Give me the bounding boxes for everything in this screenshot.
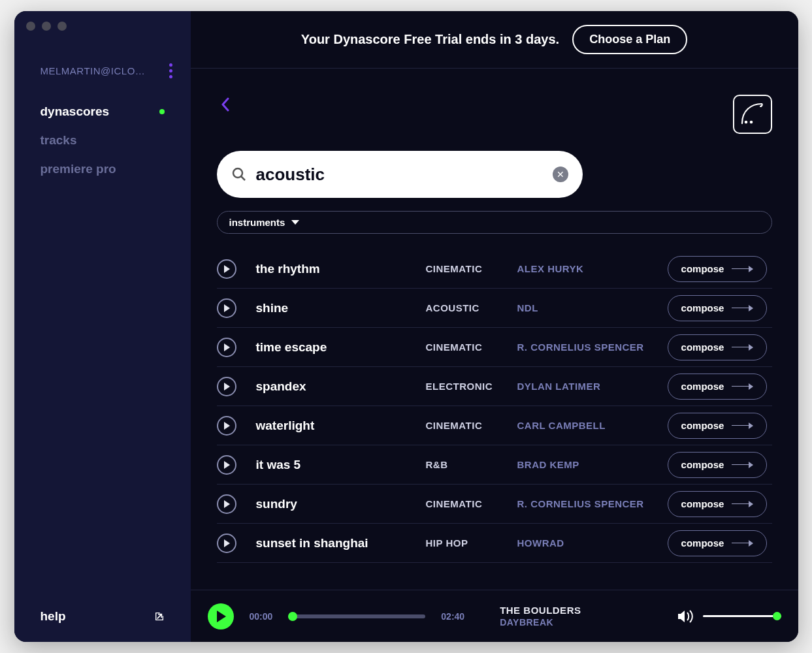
external-link-icon xyxy=(154,611,165,622)
app-window: MELMARTIN@ICLO… dynascores tracks premie… xyxy=(14,11,798,642)
compose-label: compose xyxy=(681,420,724,431)
sidebar: MELMARTIN@ICLO… dynascores tracks premie… xyxy=(14,11,191,642)
track-artist: R. CORNELIUS SPENCER xyxy=(517,498,655,509)
minimize-window-button[interactable] xyxy=(42,22,51,31)
volume-slider[interactable] xyxy=(703,615,781,617)
total-time: 02:40 xyxy=(441,611,464,622)
sidebar-nav: dynascores tracks premiere pro xyxy=(14,104,191,176)
track-row: waterlight CINEMATIC CARL CAMPBELL compo… xyxy=(217,406,772,445)
compose-button[interactable]: compose xyxy=(668,452,767,478)
compose-label: compose xyxy=(681,263,724,274)
caret-down-icon xyxy=(291,220,299,225)
track-play-button[interactable] xyxy=(217,455,236,475)
track-row: the rhythm CINEMATIC ALEX HURYK compose xyxy=(217,249,772,289)
track-play-button[interactable] xyxy=(217,416,236,436)
track-row: shine ACOUSTIC NDL compose xyxy=(217,289,772,328)
track-title: spandex xyxy=(256,379,413,394)
track-genre: CINEMATIC xyxy=(426,498,504,509)
active-indicator-icon xyxy=(159,109,165,114)
arrow-right-icon xyxy=(732,503,753,505)
arrow-right-icon xyxy=(732,347,753,348)
track-title: the rhythm xyxy=(256,262,413,276)
volume-knob[interactable] xyxy=(773,612,781,620)
track-play-button[interactable] xyxy=(217,377,236,396)
track-genre: CINEMATIC xyxy=(426,263,504,274)
user-email: MELMARTIN@ICLO… xyxy=(41,65,146,76)
user-menu-button[interactable] xyxy=(169,63,172,78)
track-title: waterlight xyxy=(256,419,413,433)
seek-slider[interactable] xyxy=(288,614,425,618)
arrow-right-icon xyxy=(732,464,753,466)
arrow-right-icon xyxy=(732,308,753,309)
arrow-right-icon xyxy=(732,543,753,544)
volume-control xyxy=(677,609,781,624)
compose-button[interactable]: compose xyxy=(668,334,767,360)
track-genre: CINEMATIC xyxy=(426,342,504,353)
track-row: it was 5 R&B BRAD KEMP compose xyxy=(217,445,772,485)
compose-label: compose xyxy=(681,342,724,353)
track-list: the rhythm CINEMATIC ALEX HURYK compose … xyxy=(217,249,772,590)
compose-label: compose xyxy=(681,381,724,392)
compose-button[interactable]: compose xyxy=(668,413,767,439)
sidebar-item-tracks[interactable]: tracks xyxy=(41,133,165,148)
help-link[interactable]: help xyxy=(14,594,191,642)
close-window-button[interactable] xyxy=(26,22,35,31)
track-row: sundry CINEMATIC R. CORNELIUS SPENCER co… xyxy=(217,485,772,524)
track-play-button[interactable] xyxy=(217,259,236,279)
track-artist: R. CORNELIUS SPENCER xyxy=(517,342,655,353)
sidebar-item-dynascores[interactable]: dynascores xyxy=(41,104,165,119)
maximize-window-button[interactable] xyxy=(57,22,67,31)
track-title: time escape xyxy=(256,340,413,355)
search-section: ✕ xyxy=(217,151,772,198)
play-button[interactable] xyxy=(208,603,234,629)
user-row: MELMARTIN@ICLO… xyxy=(14,63,191,104)
choose-plan-button[interactable]: Choose a Plan xyxy=(572,25,687,54)
chevron-left-icon xyxy=(221,97,230,112)
seek-knob[interactable] xyxy=(288,612,297,621)
track-genre: CINEMATIC xyxy=(426,420,504,431)
track-genre: ACOUSTIC xyxy=(426,302,504,313)
track-title: sundry xyxy=(256,497,413,511)
back-button[interactable] xyxy=(217,95,234,118)
compose-button[interactable]: compose xyxy=(668,295,767,321)
track-artist: NDL xyxy=(517,302,655,313)
top-bar: Your Dynascore Free Trial ends in 3 days… xyxy=(191,11,798,69)
compose-button[interactable]: compose xyxy=(668,491,767,517)
compose-label: compose xyxy=(681,498,724,509)
content-area: ✕ instruments the rhythm CINEMATIC ALEX … xyxy=(191,69,798,590)
track-play-button[interactable] xyxy=(217,338,236,357)
app-logo xyxy=(733,95,772,134)
play-icon xyxy=(224,461,230,469)
track-title: shine xyxy=(256,301,413,315)
now-playing: THE BOULDERS DAYBREAK xyxy=(500,605,581,628)
arrow-right-icon xyxy=(732,268,753,270)
compose-button[interactable]: compose xyxy=(668,256,767,282)
player-bar: 00:00 02:40 THE BOULDERS DAYBREAK xyxy=(191,590,798,642)
track-play-button[interactable] xyxy=(217,534,236,553)
play-icon xyxy=(224,500,230,508)
track-play-button[interactable] xyxy=(217,494,236,514)
play-icon xyxy=(224,265,230,273)
window-controls xyxy=(26,22,67,31)
compose-button[interactable]: compose xyxy=(668,374,767,400)
track-genre: ELECTRONIC xyxy=(426,381,504,392)
compose-button[interactable]: compose xyxy=(668,530,767,556)
svg-point-2 xyxy=(233,168,242,178)
search-input[interactable] xyxy=(256,165,544,185)
sidebar-item-premiere-pro[interactable]: premiere pro xyxy=(41,162,165,176)
track-title: it was 5 xyxy=(256,458,413,472)
compose-label: compose xyxy=(681,459,724,470)
compose-label: compose xyxy=(681,537,724,549)
dynascore-logo-icon xyxy=(739,101,766,127)
track-genre: R&B xyxy=(426,459,504,470)
search-icon xyxy=(231,167,247,182)
svg-point-1 xyxy=(750,121,751,123)
instruments-filter-dropdown[interactable]: instruments xyxy=(217,211,772,234)
main-panel: Your Dynascore Free Trial ends in 3 days… xyxy=(191,11,798,642)
play-icon xyxy=(224,383,230,390)
track-artist: HOWRAD xyxy=(517,537,655,549)
track-play-button[interactable] xyxy=(217,298,236,318)
sidebar-item-label: tracks xyxy=(41,133,77,148)
track-artist: BRAD KEMP xyxy=(517,459,655,470)
clear-search-button[interactable]: ✕ xyxy=(553,167,568,182)
